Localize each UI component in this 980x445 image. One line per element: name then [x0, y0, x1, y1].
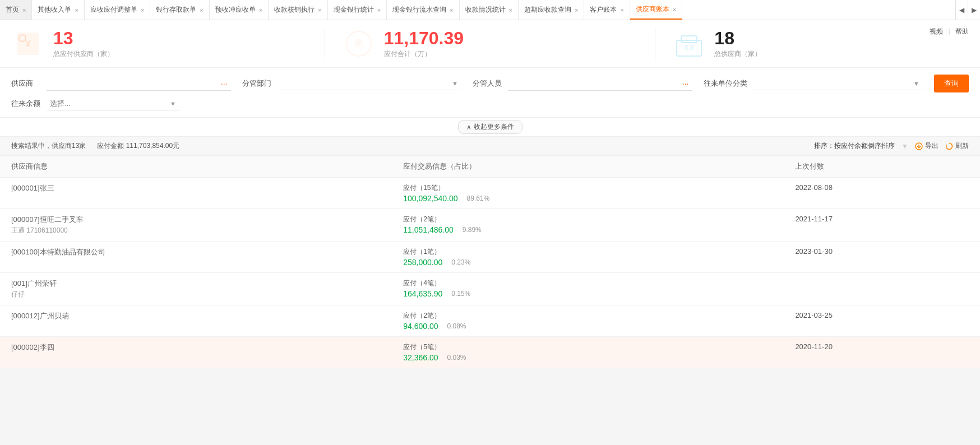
amount-value-link[interactable]: 32,366.00 [403, 353, 438, 362]
tab-bank-close[interactable]: × [200, 7, 203, 13]
person-filter-label: 分管人员 [473, 78, 503, 89]
result-bar: 搜索结果中，供应商13家 应付金额 111,703,854.00元 排序：按应付… [0, 137, 980, 156]
total-amount-label: 应付合计（万） [384, 49, 464, 59]
refresh-icon [945, 142, 953, 150]
result-info-suppliers: 搜索结果中，供应商13家 [11, 141, 86, 151]
help-link[interactable]: 帮助 [955, 27, 969, 35]
table-header-row: 供应商信息 应付交易信息（占比） 上次付数 [0, 156, 980, 178]
amount-label: 应付（2笔） [403, 215, 773, 224]
transaction-info-cell: 应付（5笔）32,366.000.03% [392, 337, 784, 368]
amount-value-link[interactable]: 11,051,486.00 [403, 225, 454, 234]
supplier-link[interactable]: [000002]李四 [11, 343, 54, 351]
tab-prepay-close[interactable]: × [259, 7, 262, 13]
supplier-sub-info: 王通 17106110000 [11, 226, 381, 235]
tab-income[interactable]: 其他收入单 × [32, 0, 84, 20]
tab-cashstat[interactable]: 现金银行统计 × [328, 0, 387, 20]
th-supplier-info: 供应商信息 [0, 156, 392, 178]
collapse-up-icon: ∧ [466, 123, 471, 131]
category-input[interactable] [755, 79, 914, 87]
table-row: [000002]李四应付（5笔）32,366.000.03%2020-11-20 [0, 337, 980, 368]
amount-value-link[interactable]: 258,000.00 [403, 258, 442, 267]
tab-prepay[interactable]: 预收冲应收单 × [210, 0, 269, 20]
amount-value-link[interactable]: 94,600.00 [403, 322, 438, 331]
tab-cashflow-close[interactable]: × [450, 7, 453, 13]
transaction-info-cell: 应付（2笔）94,600.000.08% [392, 305, 784, 337]
sort-label[interactable]: 排序：按应付余额倒序排序 [814, 141, 895, 151]
tab-custbook-close[interactable]: × [620, 7, 623, 13]
filter-row-2: 往来余额 ▼ [11, 97, 179, 110]
supplier-link[interactable]: [001]广州荣轩 [11, 279, 57, 288]
dept-input[interactable] [281, 79, 452, 87]
payable-suppliers-value: 13 [53, 29, 114, 47]
tab-adjust-close[interactable]: × [141, 7, 144, 13]
last-payment-cell [784, 273, 980, 305]
tab-recvstat-label: 收款情况统计 [465, 5, 506, 15]
table-row: [000100]本特勤油品有限公司应付（1笔）258,000.000.23%20… [0, 242, 980, 273]
nav-next-arrow[interactable]: ▶ [968, 0, 980, 20]
amount-label: 应付（4笔） [403, 279, 773, 288]
supplier-input[interactable] [50, 79, 221, 87]
tab-cashflow[interactable]: 现金银行流水查询 × [387, 0, 459, 20]
tab-overdue[interactable]: 超期应收款查询 × [519, 0, 584, 20]
person-dots[interactable]: ··· [682, 79, 689, 88]
tab-adjust-label: 应收应付调整单 [90, 5, 137, 15]
amount-value-link[interactable]: 164,635.90 [403, 289, 442, 298]
tab-supplierbook-close[interactable]: × [673, 6, 676, 13]
supplier-link[interactable]: [000012]广州贝瑞 [11, 312, 69, 320]
tab-prepay-label: 预收冲应收单 [215, 5, 256, 15]
tab-recvstat[interactable]: 收款情况统计 × [460, 0, 519, 20]
balance-input[interactable] [50, 99, 170, 108]
tab-supplierbook[interactable]: 供应商账本 × [630, 0, 682, 20]
person-input-wrap: ··· [508, 77, 692, 91]
collapse-bar: ∧ 收起更多条件 [0, 118, 980, 137]
stat-divider-1 [325, 27, 325, 61]
last-payment-cell: 2022-08-08 [784, 178, 980, 209]
supplier-info-cell: [000001]张三 [0, 178, 392, 209]
payable-suppliers-label: 总应付供应商（家） [53, 49, 114, 59]
tab-income-close[interactable]: × [75, 7, 78, 13]
tab-home[interactable]: 首页 × [0, 0, 32, 20]
supplier-link[interactable]: [000001]张三 [11, 184, 54, 192]
category-input-wrap: ▼ [752, 77, 923, 90]
filter-supplier: 供应商 ··· [11, 77, 231, 91]
dept-input-wrap: ▼ [278, 77, 462, 90]
supplier-link[interactable]: [000100]本特勤油品有限公司 [11, 248, 105, 256]
supplier-link[interactable]: [000007]恒旺二手叉车 [11, 215, 84, 224]
amount-label: 应付（1笔） [403, 247, 773, 257]
svg-rect-9 [685, 49, 694, 50]
supplier-dots[interactable]: ··· [221, 79, 228, 88]
tab-custbook[interactable]: 客户账本 × [584, 0, 630, 20]
top-right-links: 视频 | 帮助 [930, 27, 969, 36]
supplier-filter-label: 供应商 [11, 78, 42, 89]
filter-row-1: 供应商 ··· 分管部门 ▼ 分管人员 ··· 往来单位分类 ▼ [11, 75, 969, 92]
tab-recvstat-close[interactable]: × [509, 7, 512, 13]
total-suppliers-value: 18 [714, 29, 761, 47]
link-sep: | [949, 27, 950, 35]
supplier-info-cell: [000002]李四 [0, 337, 392, 368]
th-transaction-info: 应付交易信息（占比） [392, 156, 784, 178]
amount-value-link[interactable]: 100,092,540.00 [403, 194, 457, 203]
person-input[interactable] [511, 79, 682, 87]
search-button[interactable]: 查询 [934, 75, 969, 92]
nav-prev-arrow[interactable]: ◀ [955, 0, 968, 20]
filter-area: 供应商 ··· 分管部门 ▼ 分管人员 ··· 往来单位分类 ▼ [0, 68, 980, 118]
tab-home-close[interactable]: × [22, 7, 26, 13]
category-arrow-icon[interactable]: ▼ [913, 80, 919, 87]
dept-arrow-icon[interactable]: ▼ [452, 80, 458, 87]
stat-total-suppliers: 18 总供应商（家） [672, 27, 969, 61]
tab-bank[interactable]: 银行存取款单 × [150, 0, 209, 20]
collapse-button[interactable]: ∧ 收起更多条件 [458, 120, 523, 134]
balance-filter-label: 往来余额 [11, 99, 42, 109]
export-button[interactable]: 导出 [915, 141, 939, 151]
tab-cashstat-close[interactable]: × [377, 7, 381, 13]
balance-arrow-icon[interactable]: ▼ [170, 100, 176, 107]
tab-overdue-close[interactable]: × [575, 7, 578, 13]
transaction-info-cell: 应付（2笔）11,051,486.009.89% [392, 209, 784, 242]
tab-verify-close[interactable]: × [318, 7, 321, 13]
tab-verify[interactable]: 收款核销执行 × [269, 0, 327, 20]
tab-adjust[interactable]: 应收应付调整单 × [85, 0, 150, 20]
refresh-button[interactable]: 刷新 [945, 141, 969, 151]
tab-verify-label: 收款核销执行 [274, 5, 315, 15]
video-link[interactable]: 视频 [930, 27, 943, 35]
tab-cashstat-label: 现金银行统计 [334, 5, 374, 15]
